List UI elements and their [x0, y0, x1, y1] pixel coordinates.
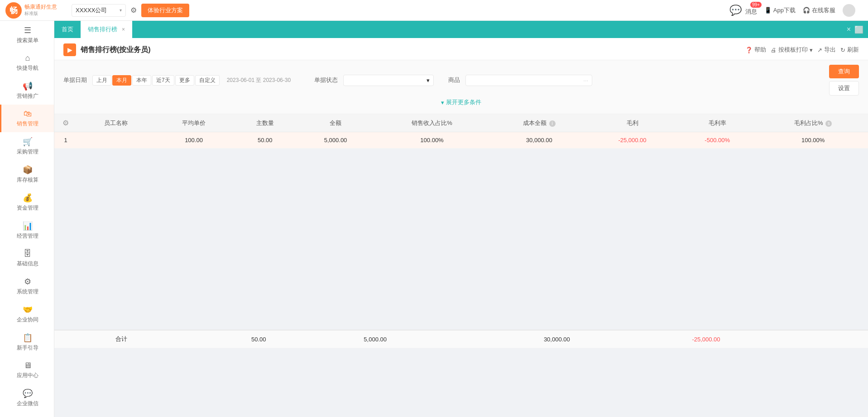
sidebar-item-label: 新手引导: [17, 344, 38, 352]
goods-filter[interactable]: ···: [465, 75, 592, 86]
sidebar-item-quicknav[interactable]: ⌂ 快捷导航: [0, 49, 54, 77]
print-icon: 🖨: [771, 47, 777, 53]
window-restore-icon[interactable]: ⬜: [854, 25, 863, 34]
cell-gross: -25,000.00: [588, 132, 676, 149]
basic-icon: 🗄: [24, 249, 32, 259]
sidebar-item-label: 企业微信: [17, 400, 38, 407]
footer-gross-pct: [825, 331, 868, 348]
sidebar-item-member[interactable]: V 畅会员: [0, 412, 54, 417]
sales-icon: 🛍: [24, 109, 32, 119]
sidebar-item-label: 营销推广: [17, 92, 38, 100]
date-range-display: 2023-06-01 至 2023-06-30: [227, 77, 291, 84]
logo-sub: 标准版: [24, 10, 57, 17]
appstore-icon: 🖥: [24, 361, 32, 370]
tab-bar: 首页 销售排行榜 × × ⬜: [54, 21, 868, 38]
marketing-icon: 📢: [23, 81, 33, 91]
cell-gross-pct: 100.00%: [758, 132, 868, 149]
col-gross-pct: 毛利占比% s: [758, 114, 868, 132]
tab-sales-ranking[interactable]: 销售排行榜 ×: [81, 21, 132, 38]
chevron-down-icon: ▾: [120, 8, 122, 13]
sidebar-item-guide[interactable]: 📋 新手引导: [0, 328, 54, 356]
company-selector[interactable]: XXXXX公司 ▾: [72, 4, 126, 17]
footer-empty-1: [54, 331, 77, 348]
page-title: 销售排行榜(按业务员): [81, 45, 151, 55]
sidebar-item-inventory[interactable]: 📦 库存核算: [0, 160, 54, 188]
sidebar-item-purchase[interactable]: 🛒 采购管理: [0, 132, 54, 160]
operations-icon: 📊: [23, 221, 33, 231]
sidebar-item-marketing[interactable]: 📢 营销推广: [0, 77, 54, 105]
refresh-link[interactable]: ↻ 刷新: [840, 46, 859, 54]
trial-button[interactable]: 体验行业方案: [141, 4, 189, 17]
goods-filter-dots: ···: [583, 77, 588, 84]
online-service-button[interactable]: 🎧 在线客服: [803, 6, 835, 14]
sidebar: ☰ 搜索菜单 ⌂ 快捷导航 📢 营销推广 🛍 销售管理 🛒 采购管理 📦 库: [0, 21, 54, 417]
filter-area: 单据日期 上月 本月 本年 近7天 更多 自定义 2023-06-01 至 20…: [54, 60, 868, 114]
sidebar-item-label: 采购管理: [17, 148, 38, 156]
settings-col-icon[interactable]: ⚙: [62, 119, 69, 127]
col-sales-pct: 销售收入占比%: [374, 114, 490, 132]
help-link[interactable]: ❓ 帮助: [745, 46, 766, 54]
refresh-icon: ↻: [840, 47, 845, 53]
topbar-settings-icon[interactable]: ⚙: [130, 6, 137, 14]
sidebar-item-label: 企业协同: [17, 316, 38, 324]
sidebar-item-label: 应用中心: [17, 372, 38, 379]
app-download-button[interactable]: 📱 App下载: [764, 6, 796, 14]
app-download-icon: 📱: [764, 7, 772, 14]
footer-table: 合计 50.00 5,000.00 30,000.00 -25,000.00: [54, 330, 868, 348]
footer-quantity: 50.00: [208, 331, 309, 348]
date-btn-this-month[interactable]: 本月: [112, 75, 131, 86]
cost-info-icon[interactable]: i: [549, 120, 556, 127]
col-amount: 全额: [297, 114, 374, 132]
sidebar-item-system[interactable]: ⚙ 系统管理: [0, 272, 54, 300]
tab-close-icon[interactable]: ×: [122, 26, 125, 33]
page-header: ▶ 销售排行榜(按业务员) ❓ 帮助 🖨 按模板打印 ▾: [54, 38, 868, 60]
avatar[interactable]: [843, 4, 855, 17]
sidebar-item-label: 库存核算: [17, 176, 38, 184]
date-btn-more[interactable]: 更多: [175, 75, 194, 86]
gross-pct-info-icon[interactable]: s: [825, 120, 832, 127]
expand-conditions-button[interactable]: ▾ 展开更多条件: [441, 98, 481, 106]
sidebar-item-wechat[interactable]: 💬 企业微信: [0, 384, 54, 412]
headset-icon: 🎧: [803, 7, 810, 14]
page-container: ▶ 销售排行榜(按业务员) ❓ 帮助 🖨 按模板打印 ▾: [54, 38, 868, 149]
table-header-row: ⚙ 员工名称 平均单价 主数量 全额 销售收入占比% 成本全额: [54, 114, 868, 132]
expand-icon: ▾: [441, 99, 444, 106]
wechat-icon: 💬: [23, 388, 33, 398]
page-actions: ❓ 帮助 🖨 按模板打印 ▾ ↗ 导出: [745, 46, 859, 54]
sidebar-item-sales[interactable]: 🛍 销售管理: [0, 105, 54, 132]
col-gross-rate: 毛利率: [676, 114, 758, 132]
print-link[interactable]: 🖨 按模板打印 ▾: [771, 46, 813, 54]
sidebar-item-enterprise[interactable]: 🤝 企业协同: [0, 300, 54, 328]
tab-home[interactable]: 首页: [54, 25, 81, 34]
sidebar-item-basic[interactable]: 🗄 基础信息: [0, 244, 54, 272]
purchase-icon: 🛒: [23, 137, 33, 147]
settings-button[interactable]: 设置: [829, 81, 859, 96]
cell-gross-rate: -500.00%: [676, 132, 758, 149]
window-close-icon[interactable]: ×: [847, 25, 851, 34]
date-btn-last-month[interactable]: 上月: [92, 75, 111, 86]
sidebar-item-label: 快捷导航: [17, 64, 38, 72]
enterprise-icon: 🤝: [23, 305, 33, 315]
sidebar-item-finance[interactable]: 💰 资金管理: [0, 188, 54, 216]
export-link[interactable]: ↗ 导出: [817, 46, 836, 54]
cell-sales-pct: 100.00%: [374, 132, 490, 149]
sidebar-item-operations[interactable]: 📊 经营管理: [0, 216, 54, 244]
date-btn-custom[interactable]: 自定义: [195, 75, 220, 86]
footer-gross-rate: [783, 331, 825, 348]
status-dropdown[interactable]: ▾: [343, 75, 434, 86]
help-icon: ❓: [745, 47, 753, 53]
expand-arrow-button[interactable]: ▶: [63, 43, 76, 56]
content-area: 首页 销售排行榜 × × ⬜ ▶ 销售排行榜(按业务员): [54, 21, 868, 417]
logo-area: 畅 畅康通好生意 标准版: [5, 2, 57, 19]
sidebar-item-label: 基础信息: [17, 260, 38, 268]
sidebar-item-search[interactable]: ☰ 搜索菜单: [0, 21, 54, 49]
date-btn-this-year[interactable]: 本年: [132, 75, 151, 86]
goods-label: 商品: [448, 76, 460, 84]
query-button[interactable]: 查询: [829, 65, 859, 78]
date-btn-7days[interactable]: 近7天: [152, 75, 174, 86]
cell-cost: 30,000.00: [490, 132, 588, 149]
col-settings[interactable]: ⚙: [54, 114, 77, 132]
sidebar-item-appstore[interactable]: 🖥 应用中心: [0, 356, 54, 384]
footer-cost: 30,000.00: [484, 331, 629, 348]
notification-button[interactable]: 💬 99+ 消息: [729, 5, 757, 16]
